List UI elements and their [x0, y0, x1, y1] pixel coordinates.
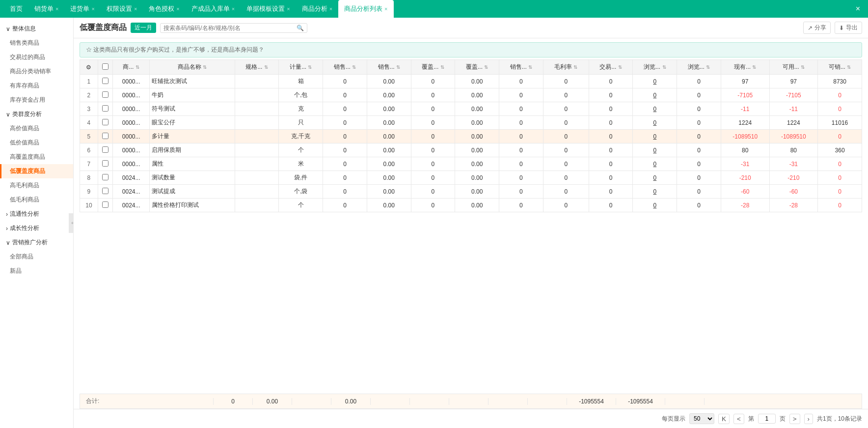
row-browse1[interactable]: 0: [633, 102, 677, 116]
col-spec[interactable]: 规格... ⇅: [235, 60, 279, 75]
nav-product-analysis-list[interactable]: 商品分析列表 ×: [338, 0, 393, 18]
page-input[interactable]: [758, 414, 776, 424]
row-browse1[interactable]: 0: [633, 75, 677, 88]
row-checkbox[interactable]: [98, 88, 112, 102]
next-page-btn[interactable]: >: [789, 414, 800, 424]
last-page-btn[interactable]: ›: [804, 414, 813, 424]
sidebar-section-overall[interactable]: ∨ 整体信息: [0, 22, 73, 36]
col-checkbox[interactable]: [98, 60, 112, 75]
sidebar-section-cluster[interactable]: ∨ 类群度分析: [0, 107, 73, 121]
row-browse1[interactable]: 0: [633, 157, 677, 171]
row-name[interactable]: 符号测试: [150, 102, 235, 116]
row-name[interactable]: 属性: [150, 157, 235, 171]
col-browse1[interactable]: 浏览... ⇅: [633, 60, 677, 75]
col-name[interactable]: 商品名称 ⇅: [150, 60, 235, 75]
row-name[interactable]: 牛奶: [150, 88, 235, 102]
col-coverage2[interactable]: 覆盖... ⇅: [455, 60, 499, 75]
sidebar-item-low-margin[interactable]: 低毛利商品: [0, 193, 73, 207]
col-browse2[interactable]: 浏览... ⇅: [677, 60, 721, 75]
row-name[interactable]: 旺辅批次测试: [150, 75, 235, 88]
row-checkbox[interactable]: [98, 199, 112, 212]
sidebar-item-high-margin[interactable]: 高毛利商品: [0, 178, 73, 193]
col-settings[interactable]: ⚙: [80, 60, 98, 75]
row-browse1[interactable]: 0: [633, 116, 677, 130]
nav-role-auth[interactable]: 角色授权 ×: [143, 0, 185, 18]
sidebar-collapse-btn[interactable]: «: [69, 213, 74, 233]
row-browse1[interactable]: 0: [633, 130, 677, 143]
row-sales-qty: 0: [323, 116, 367, 130]
row-checkbox[interactable]: [98, 171, 112, 185]
sidebar-section-growth[interactable]: › 成长性分析: [0, 221, 73, 235]
sidebar-item-low-value[interactable]: 低价值商品: [0, 136, 73, 150]
nav-close-permissions[interactable]: ×: [134, 6, 137, 12]
nav-close-role-auth[interactable]: ×: [176, 6, 179, 12]
period-button[interactable]: 近一月: [131, 23, 156, 33]
nav-close-product-in[interactable]: ×: [232, 6, 235, 12]
nav-product-in[interactable]: 产成品入库单 ×: [186, 0, 241, 18]
nav-permissions[interactable]: 权限设置 ×: [101, 0, 143, 18]
row-checkbox[interactable]: [98, 102, 112, 116]
sidebar-item-new-products[interactable]: 新品: [0, 264, 73, 278]
row-browse1[interactable]: 0: [633, 199, 677, 212]
row-sales-amt: 0.00: [367, 88, 411, 102]
sidebar-item-low-coverage[interactable]: 低覆盖度商品: [0, 164, 73, 178]
row-checkbox[interactable]: [98, 75, 112, 88]
sidebar-item-high-coverage[interactable]: 高覆盖度商品: [0, 150, 73, 164]
col-unit[interactable]: 计量... ⇅: [279, 60, 323, 75]
col-gross-margin[interactable]: 毛利率 ⇅: [543, 60, 589, 75]
sidebar-item-traded-products[interactable]: 交易过的商品: [0, 50, 73, 64]
nav-close-sales-order[interactable]: ×: [55, 6, 58, 12]
row-browse1[interactable]: 0: [633, 143, 677, 157]
row-checkbox[interactable]: [98, 130, 112, 143]
prev-page-btn[interactable]: <: [733, 414, 744, 424]
col-code[interactable]: 商... ⇅: [112, 60, 149, 75]
col-sales3[interactable]: 销售... ⇅: [499, 60, 543, 75]
nav-sales-order[interactable]: 销货单 ×: [28, 0, 64, 18]
row-name[interactable]: 多计量: [150, 130, 235, 143]
sidebar-section-marketing[interactable]: ∨ 营销推广分析: [0, 235, 73, 250]
col-sales-qty[interactable]: 销售... ⇅: [323, 60, 367, 75]
nav-close-product-analysis-list[interactable]: ×: [384, 6, 387, 12]
col-available-stock[interactable]: 可用... ⇅: [769, 60, 818, 75]
share-button[interactable]: ↗ 分享: [803, 22, 831, 34]
col-coverage1[interactable]: 覆盖... ⇅: [411, 60, 455, 75]
page-size-select[interactable]: 50 20 100: [689, 413, 714, 424]
row-name[interactable]: 测试提成: [150, 185, 235, 199]
sidebar-item-all-products[interactable]: 全部商品: [0, 250, 73, 264]
nav-template-settings[interactable]: 单据模板设置 ×: [241, 0, 296, 18]
row-name[interactable]: 属性价格打印测试: [150, 199, 235, 212]
search-input[interactable]: [163, 25, 295, 31]
row-checkbox[interactable]: [98, 185, 112, 199]
sidebar-item-in-stock-products[interactable]: 有库存商品: [0, 79, 73, 93]
col-sales-amt[interactable]: 销售... ⇅: [367, 60, 411, 75]
row-name[interactable]: 启用保质期: [150, 143, 235, 157]
col-sellable[interactable]: 可销... ⇅: [818, 60, 862, 75]
row-browse1[interactable]: 0: [633, 171, 677, 185]
sidebar-item-high-value[interactable]: 高价值商品: [0, 121, 73, 136]
select-all-checkbox[interactable]: [102, 63, 108, 70]
table-row: 5 0000... 多计量 克,千克 0 0.00 0 0.00 0 0 0 0…: [80, 130, 862, 143]
sidebar-item-stock-capital[interactable]: 库存资金占用: [0, 93, 73, 107]
row-browse1[interactable]: 0: [633, 185, 677, 199]
col-current-stock[interactable]: 现有... ⇅: [721, 60, 769, 75]
nav-purchase-order[interactable]: 进货单 ×: [64, 0, 100, 18]
row-browse1[interactable]: 0: [633, 88, 677, 102]
footer-sales-amt: 0.00: [253, 398, 292, 405]
row-checkbox[interactable]: [98, 157, 112, 171]
nav-close-product-analysis[interactable]: ×: [329, 6, 332, 12]
row-name[interactable]: 眼宝公仔: [150, 116, 235, 130]
sidebar-section-liquidity[interactable]: › 流通性分析: [0, 207, 73, 221]
first-page-btn[interactable]: K: [718, 414, 730, 424]
col-transaction[interactable]: 交易... ⇅: [589, 60, 633, 75]
export-button[interactable]: ⬇ 导出: [835, 22, 862, 34]
nav-home[interactable]: 首页: [4, 0, 28, 18]
nav-close-purchase-order[interactable]: ×: [91, 6, 94, 12]
nav-close-all-btn[interactable]: ×: [852, 4, 864, 13]
sidebar-item-sales-products[interactable]: 销售类商品: [0, 36, 73, 50]
row-checkbox[interactable]: [98, 143, 112, 157]
row-name[interactable]: 测试数量: [150, 171, 235, 185]
sidebar-item-category-turnover[interactable]: 商品分类动销率: [0, 64, 73, 79]
nav-product-analysis[interactable]: 商品分析 ×: [296, 0, 338, 18]
row-checkbox[interactable]: [98, 116, 112, 130]
nav-close-template-settings[interactable]: ×: [287, 6, 290, 12]
